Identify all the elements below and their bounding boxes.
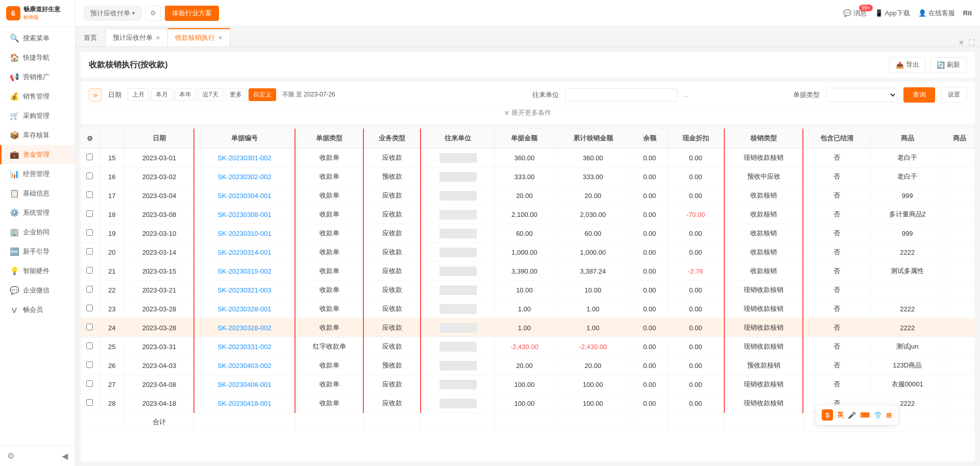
cell-amount: 1.00 [495,318,554,337]
cell-checkbox[interactable] [81,394,99,413]
tab-collection[interactable]: 收款核销执行 ✕ [168,28,230,46]
cell-doc-type: 收款单 [295,375,363,394]
cell-amount: -2,430.00 [495,337,554,356]
cell-verify-type: 现销收款核销 [724,375,803,394]
doc-no-link[interactable]: SK-20230310-001 [217,230,272,237]
tab-home[interactable]: 首页 [76,29,106,46]
sidebar-label-guide: 新手引导 [23,247,50,256]
cell-cash-discount: 0.00 [667,186,724,205]
filter-toggle-button[interactable]: » [89,88,102,102]
sidebar-item-basic[interactable]: 📋基础信息 [0,184,75,203]
doc-no-link[interactable]: SK-20230418-001 [217,400,272,407]
breadcrumb[interactable]: 预计应收付单 ▾ [84,6,141,20]
topbar-settings-button[interactable]: ⚙ [145,6,161,21]
tab-close-all-icon[interactable]: ✕ [959,39,964,46]
cell-checkbox[interactable] [81,186,99,205]
doc-no-link[interactable]: SK-20230328-001 [217,305,272,313]
sidebar-item-enterprise[interactable]: 🏢企业协同 [0,223,75,242]
doc-no-link[interactable]: SK-20230304-001 [217,192,272,200]
cell-verify-type: 现销收款核销 [724,149,803,167]
tab-collection-close[interactable]: ✕ [218,35,223,41]
solution-button[interactable]: 体验行业方案 [165,6,219,21]
keyboard-icon[interactable]: ⌨ [860,411,870,419]
doc-no-link[interactable]: SK-20230308-001 [217,211,272,218]
cell-checkbox[interactable] [81,300,99,318]
date-last-month[interactable]: 上月 [128,88,149,101]
sidebar-label-sales: 销售管理 [23,92,50,101]
cell-verify-type: 收款核销 [724,224,803,243]
doc-no-link[interactable]: SK-20230328-002 [217,324,272,332]
doc-no-link[interactable]: SK-20230321-003 [217,286,272,294]
cell-checkbox[interactable] [81,281,99,300]
sidebar-item-sales[interactable]: 💰销售管理 [0,87,75,106]
cell-verified-amount: -2,430.00 [554,337,632,356]
doc-no-link[interactable]: SK-20230301-002 [217,154,272,162]
cell-checkbox[interactable] [81,318,99,337]
expand-more-button[interactable]: ∨ 展开更多条件 [89,106,967,119]
doc-no-link[interactable]: SK-20230315-002 [217,267,272,275]
sidebar-item-marketing[interactable]: 📢营销推广 [0,67,75,87]
sidebar-item-system[interactable]: ⚙️系统管理 [0,203,75,223]
logo-text-block: 畅康道好生意 标推版 [23,5,60,21]
sidebar-item-hardware[interactable]: 💡智能硬件 [0,261,75,281]
mic-icon[interactable]: 🎤 [848,411,856,419]
cell-checkbox[interactable] [81,375,99,394]
query-button[interactable]: 查询 [903,87,935,103]
cell-include-settled: 否 [803,356,871,375]
sidebar-item-search[interactable]: 🔍搜索菜单 [0,29,75,48]
filter-more-dots[interactable]: ... [683,91,689,99]
cell-include-settled: 否 [803,300,871,318]
online-service-button[interactable]: 👤 在线客服 [918,9,955,18]
trading-partner-input[interactable] [565,88,677,102]
doc-no-link[interactable]: SK-20230302-002 [217,173,272,181]
cell-verified-amount: 333.00 [554,167,632,186]
sidebar-item-operations[interactable]: 📊经营管理 [0,164,75,184]
footer-discount [667,413,724,432]
app-download-button[interactable]: 📱 App下载 [875,9,910,18]
logo-edition: 标推版 [23,14,60,21]
grid-icon[interactable]: ⊞ [886,411,892,419]
tab-prepay[interactable]: 预计应收付单 ✕ [106,29,168,46]
sidebar-item-quicknav[interactable]: 🏠快捷导航 [0,48,75,67]
sidebar-collapse-icon[interactable]: ◀ [62,451,68,461]
cell-checkbox[interactable] [81,262,99,281]
sidebar-item-finance[interactable]: 💼资金管理 [0,145,75,164]
column-settings[interactable]: ⚙ [81,129,99,149]
cell-checkbox[interactable] [81,356,99,375]
sidebar-item-purchase[interactable]: 🛒采购管理 [0,106,75,126]
date-this-year[interactable]: 本年 [175,88,196,101]
filter-settings-button[interactable]: 设置 [941,87,967,103]
date-more[interactable]: 更多 [225,88,247,101]
date-custom[interactable]: 自定义 [249,88,276,101]
refresh-button[interactable]: 🔄 刷新 [930,57,967,72]
doc-no-link[interactable]: SK-20230408-001 [217,381,272,388]
export-button[interactable]: 📤 导出 [889,57,926,72]
sidebar-setting-icon[interactable]: ⚙ [7,451,14,461]
cell-verified-amount: 3,387.24 [554,262,632,281]
receipt-type-select[interactable]: 收款单 红字收款单 [826,88,897,102]
sidebar-item-wechat[interactable]: 💬企业微信 [0,281,75,300]
doc-no-link[interactable]: SK-20230314-001 [217,249,272,256]
user-avatar[interactable]: Rit [963,9,972,17]
sidebar-item-inventory[interactable]: 📦库存核算 [0,126,75,145]
tab-prepay-close[interactable]: ✕ [156,35,160,41]
sidebar-item-guide[interactable]: 🆕新手引导 [0,242,75,261]
doc-no-link[interactable]: SK-20230331-002 [217,343,272,351]
shirt-icon[interactable]: 👕 [874,411,882,419]
cell-checkbox[interactable] [81,167,99,186]
doc-no-link[interactable]: SK-20230403-002 [217,362,272,370]
tab-expand-icon[interactable]: ⛶ [968,39,975,46]
message-button[interactable]: 💬 消息 99+ [843,9,867,18]
cell-amount: 10.00 [495,281,554,300]
cell-checkbox[interactable] [81,224,99,243]
cell-include-settled: 否 [803,262,871,281]
cell-checkbox[interactable] [81,243,99,262]
date-this-month[interactable]: 本月 [151,88,173,101]
sidebar-item-member[interactable]: V畅会员 [0,300,75,320]
sales-icon: 💰 [10,92,19,101]
cell-checkbox[interactable] [81,149,99,167]
cell-checkbox[interactable] [81,337,99,356]
cell-checkbox[interactable] [81,205,99,224]
cell-amount: 100.00 [495,394,554,413]
date-7days[interactable]: 近7天 [198,88,223,101]
